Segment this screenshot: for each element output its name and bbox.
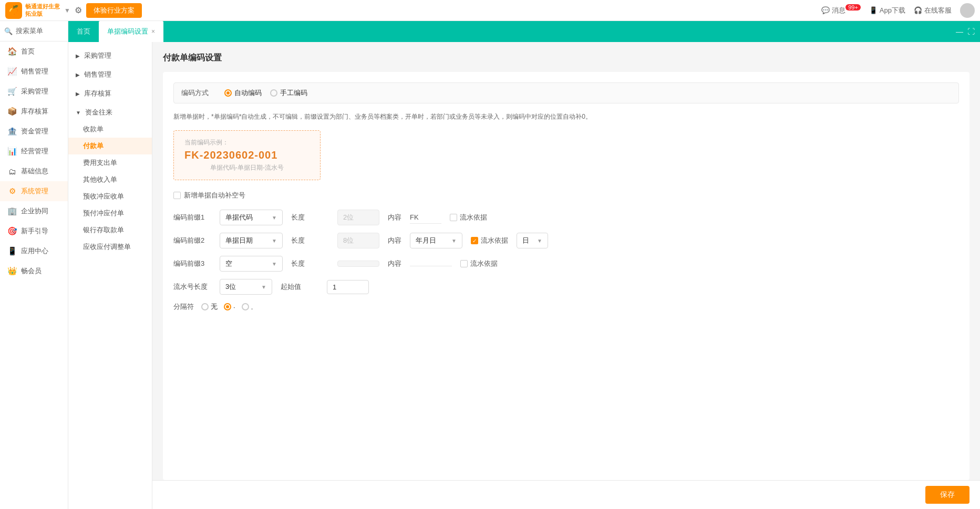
prefix2-select[interactable]: 单据日期 ▼ [220,233,283,248]
sidebar-item-sales[interactable]: 📈 销售管理 [0,61,68,81]
chevron-right-icon: ▶ [76,91,80,97]
enterprise-icon: 🏢 [7,206,17,216]
length1-input: 2位 [337,210,379,225]
logo-text: 畅通道好生意 拓业版 [25,3,60,17]
sidebar-item-label: 系统管理 [21,186,48,196]
sep-dot-radio[interactable] [224,303,231,310]
download-icon: 📱 [869,6,878,14]
radio-group: 自动编码 手工编码 [224,88,307,98]
sub-item-expense[interactable]: 费用支出单 [68,154,152,171]
message-button[interactable]: 💬 消息 99+ [821,6,861,15]
operations-icon: 📊 [7,147,17,156]
chevron-down-icon: ▼ [272,215,277,221]
sub-item-receipt[interactable]: 收款单 [68,121,152,138]
serial-length-select[interactable]: 3位 ▼ [220,279,272,295]
serial3-checkbox-box[interactable] [460,260,468,267]
sub-group-inventory-title[interactable]: ▶ 库存核算 [68,85,152,102]
headset-icon: 🎧 [914,6,922,14]
content1-value: FK [410,211,441,224]
auto-code-radio[interactable] [224,89,232,97]
sidebar-item-operations[interactable]: 📊 经营管理 [0,141,68,161]
auto-fill-checkbox[interactable] [173,192,181,199]
member-icon: 👑 [7,266,17,276]
sidebar-item-newbie[interactable]: 🎯 新手引导 [0,221,68,241]
search-menu-label: 搜索菜单 [16,26,43,36]
tab-encoding-settings[interactable]: 单据编码设置 × [99,21,163,42]
content-area: ▶ 采购管理 ▶ 销售管理 ▶ 库存核算 [68,42,980,509]
sub-group-inventory: ▶ 库存核算 [68,85,152,102]
sidebar-item-home[interactable]: 🏠 首页 [0,41,68,61]
settings-icon[interactable]: ⚙ [75,5,82,15]
serial1-checkbox[interactable]: 流水依据 [450,213,487,222]
sub-group-sales-title[interactable]: ▶ 销售管理 [68,66,152,83]
sidebar-item-basic[interactable]: 🗂 基础信息 [0,161,68,181]
sub-item-prepay-payable[interactable]: 预付冲应付单 [68,205,152,222]
layout: 🔍 搜索菜单 🏠 首页 📈 销售管理 🛒 采购管理 📦 库存核算 🏦 [0,0,980,509]
serial2-checkbox-box[interactable]: ✓ [471,237,478,244]
tab-minimize-icon[interactable]: — [956,27,963,36]
encoding-method-label: 编码方式 [181,88,209,98]
serial-length-row: 流水号长度 3位 ▼ 起始值 [173,279,959,295]
auto-code-option[interactable]: 自动编码 [224,88,262,98]
manual-code-radio[interactable] [270,89,277,97]
trial-button[interactable]: 体验行业方案 [86,3,142,18]
nav-dropdown[interactable]: ▼ [64,7,70,14]
separator-label: 分隔符 [173,302,194,311]
app-download-button[interactable]: 📱 App下载 [869,6,905,15]
sub-item-bank-deposit[interactable]: 银行存取款单 [68,222,152,238]
sub-item-payment[interactable]: 付款单 [68,138,152,154]
sidebar-item-purchase[interactable]: 🛒 采购管理 [0,81,68,101]
auto-fill-row[interactable]: 新增单据自动补空号 [173,191,959,200]
sub-item-prepay-receivable[interactable]: 预收冲应收单 [68,188,152,205]
content2-label: 内容 [388,236,401,245]
sub-item-other-income[interactable]: 其他收入单 [68,171,152,188]
sub-item-ar-ap-adjust[interactable]: 应收应付调整单 [68,238,152,255]
user-avatar[interactable] [960,3,975,18]
newbie-icon: 🎯 [7,226,17,236]
sidebar-item-enterprise[interactable]: 🏢 企业协同 [0,201,68,221]
sub-group-capital-title[interactable]: ▼ 资金往来 [68,104,152,121]
sidebar-item-finance[interactable]: 🏦 资金管理 [0,121,68,141]
main-sidebar: 🔍 搜索菜单 🏠 首页 📈 销售管理 🛒 采购管理 📦 库存核算 🏦 [0,21,68,509]
serial3-checkbox[interactable]: 流水依据 [460,259,498,268]
sidebar-item-system[interactable]: ⚙ 系统管理 [0,181,68,201]
sub-group-purchase-title[interactable]: ▶ 采购管理 [68,47,152,64]
home-icon: 🏠 [7,47,17,56]
search-menu[interactable]: 🔍 搜索菜单 [0,21,68,41]
bottom-bar: 保存 [152,480,980,509]
main-content: 首页 单据编码设置 × — ⛶ ▶ 采购管理 [68,21,980,509]
sidebar-item-apps[interactable]: 📱 应用中心 [0,241,68,261]
sub-group-purchase: ▶ 采购管理 [68,47,152,64]
sub-group-capital: ▼ 资金往来 收款单 付款单 费用支出单 其他收入单 预收冲应收单 预付冲应付单… [68,104,152,255]
tab-home[interactable]: 首页 [68,21,99,42]
chevron-down-icon: ▼ [76,110,81,116]
tab-close-icon[interactable]: × [151,28,155,35]
serial2-checkbox[interactable]: ✓ 流水依据 [471,236,508,245]
finance-icon: 🏦 [7,127,17,136]
serial-length-label: 流水号长度 [173,282,211,292]
length1-label: 长度 [291,213,329,222]
online-service-button[interactable]: 🎧 在线客服 [914,6,952,15]
sep-none-option[interactable]: 无 [201,302,218,311]
sidebar-item-member[interactable]: 👑 畅会员 [0,261,68,281]
start-value-input[interactable] [327,280,369,294]
sep-dash-radio[interactable] [242,303,249,310]
sep-none-radio[interactable] [201,303,209,310]
sidebar-item-label: 采购管理 [21,87,48,96]
serial1-checkbox-box[interactable] [450,214,457,221]
sep-dot-option[interactable]: · [224,303,235,311]
prefix1-select[interactable]: 单据代码 ▼ [220,210,283,225]
top-bar-controls: ▼ ⚙ 体验行业方案 [64,3,142,18]
sidebar-item-inventory[interactable]: 📦 库存核算 [0,101,68,121]
day-select-dropdown[interactable]: 日 ▼ [517,233,548,248]
manual-code-option[interactable]: 手工编码 [270,88,307,98]
day-select: 日 ▼ [517,233,548,248]
app-logo: 🍊 畅通道好生意 拓业版 [5,2,60,19]
prefix3-select[interactable]: 空 ▼ [220,256,283,272]
system-icon: ⚙ [7,186,17,196]
tab-maximize-icon[interactable]: ⛶ [967,27,975,36]
info-text: 新增单据时，*单据编码*自动生成，不可编辑，前缀设置为部门、业务员等档案类，开单… [173,112,959,122]
save-button[interactable]: 保存 [925,486,969,504]
sep-dash-option[interactable]: . [242,303,253,311]
content2-select[interactable]: 年月日 ▼ [410,233,462,248]
